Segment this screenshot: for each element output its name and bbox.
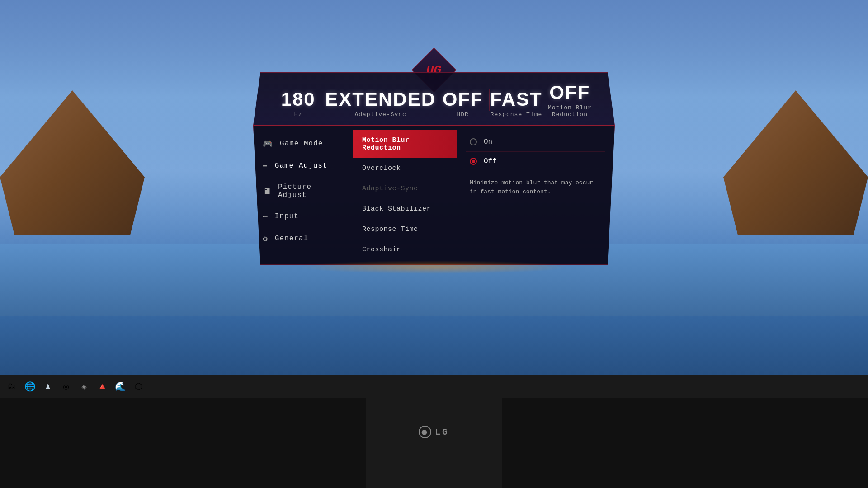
osd-options-panel: On Off Minimize motion blur that may occ… — [457, 126, 614, 264]
adaptive-sync-label: Adaptive-Sync — [325, 111, 436, 118]
submenu-overclock[interactable]: Overclock — [353, 158, 457, 178]
input-label: Input — [275, 212, 299, 221]
taskbar-steam-icon[interactable]: ♟ — [40, 378, 56, 394]
option-description: Minimize motion blur that may occur in f… — [466, 174, 605, 201]
sidebar-item-game-mode[interactable]: 🎮 Game Mode — [254, 132, 353, 155]
option-off[interactable]: Off — [466, 152, 605, 171]
motion-blur-value: OFF — [543, 82, 596, 103]
status-adaptive-sync: EXTENDED Adaptive-Sync — [325, 89, 436, 118]
lg-circle-icon: ⬤ — [419, 426, 431, 438]
picture-adjust-label: Picture Adjust — [278, 183, 344, 199]
motion-blur-label: Motion Blur Reduction — [543, 104, 596, 118]
submenu-black-stabilizer[interactable]: Black Stabilizer — [353, 199, 457, 219]
sidebar-item-picture-adjust[interactable]: 🖥 Picture Adjust — [254, 177, 353, 206]
submenu-motion-blur-reduction[interactable]: Motion Blur Reduction — [353, 130, 457, 158]
response-time-label: Response Time — [490, 111, 542, 118]
submenu-crosshair[interactable]: Crosshair — [353, 239, 457, 260]
taskbar-rdr-icon[interactable]: 🔺 — [94, 378, 110, 394]
submenu-adaptive-sync: Adaptive-Sync — [353, 178, 457, 199]
option-on[interactable]: On — [466, 132, 605, 152]
submenu-response-time[interactable]: Response Time — [353, 219, 457, 239]
refresh-rate-value: 180 — [272, 89, 325, 110]
sidebar-item-game-adjust[interactable]: ≡ Game Adjust — [254, 155, 353, 177]
osd-main-menu: 🎮 Game Mode ≡ Game Adjust 🖥 Picture Adju… — [253, 126, 615, 265]
taskbar: 🗂 🌐 ♟ ◎ ◈ 🔺 🌊 ⬡ — [0, 375, 868, 398]
game-mode-label: Game Mode — [280, 140, 323, 148]
refresh-rate-label: Hz — [272, 111, 325, 118]
taskbar-files-icon[interactable]: 🗂 — [4, 378, 20, 394]
osd-nav-panel: 🎮 Game Mode ≡ Game Adjust 🖥 Picture Adju… — [254, 126, 353, 264]
radio-off — [470, 158, 477, 165]
status-hdr: OFF HDR — [436, 89, 489, 118]
lg-brand-logo: ⬤ LG — [419, 426, 449, 438]
option-on-label: On — [484, 138, 492, 146]
taskbar-chrome-icon[interactable]: 🌐 — [22, 378, 38, 394]
hdr-value: OFF — [436, 89, 489, 110]
general-icon: ⚙ — [263, 234, 268, 244]
game-adjust-label: Game Adjust — [275, 162, 328, 170]
monitor-stand — [366, 398, 502, 488]
monitor-bezel: ⬤ LG — [0, 398, 868, 488]
response-time-value: FAST — [490, 89, 542, 110]
osd-submenu-panel: Motion Blur Reduction Overclock Adaptive… — [353, 126, 457, 264]
osd-status-bar: 180 Hz EXTENDED Adaptive-Sync OFF HDR FA… — [253, 72, 615, 126]
general-label: General — [275, 235, 308, 243]
status-response-time: FAST Response Time — [490, 89, 542, 118]
sidebar-item-input[interactable]: ← Input — [254, 206, 353, 227]
status-refresh-rate: 180 Hz — [272, 89, 325, 118]
option-off-label: Off — [484, 157, 497, 165]
input-icon: ← — [263, 212, 268, 221]
picture-adjust-icon: 🖥 — [263, 187, 271, 196]
lg-brand-text: LG — [435, 427, 449, 437]
taskbar-edge-icon[interactable]: 🌊 — [112, 378, 128, 394]
taskbar-ubisoft-icon[interactable]: ◎ — [58, 378, 74, 394]
game-adjust-icon: ≡ — [263, 161, 268, 170]
taskbar-obs-icon[interactable]: ⬡ — [130, 378, 146, 394]
game-mode-icon: 🎮 — [263, 139, 273, 149]
osd-menu-container: UG 180 Hz EXTENDED Adaptive-Sync OFF HDR… — [253, 72, 615, 265]
sidebar-item-general[interactable]: ⚙ General — [254, 227, 353, 250]
hdr-label: HDR — [436, 111, 489, 118]
adaptive-sync-value: EXTENDED — [325, 89, 436, 110]
taskbar-epic-icon[interactable]: ◈ — [76, 378, 92, 394]
status-motion-blur: OFF Motion Blur Reduction — [543, 82, 596, 118]
radio-on — [470, 138, 477, 145]
menu-glow — [298, 260, 570, 274]
